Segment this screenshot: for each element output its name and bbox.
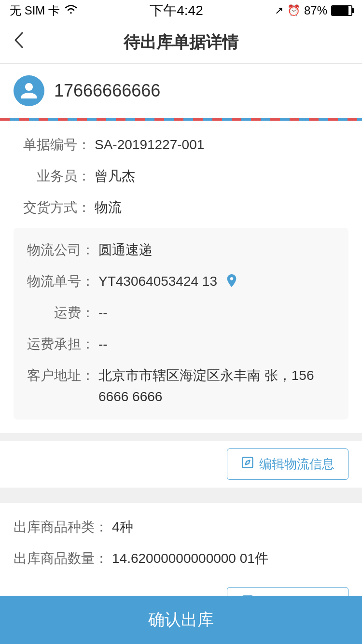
battery-icon [331,5,352,16]
tracking-number-row: 物流单号： YT43064053424 13 [14,271,348,293]
goods-quantity-value: 14.62000000000000 01件 [108,548,348,570]
logistics-section: 物流公司： 圆通速递 物流单号： YT43064053424 13 运费： --… [14,228,348,420]
serial-number-label: 单据编号： [14,134,91,156]
edit-logistics-button[interactable]: 编辑物流信息 [227,448,348,480]
section-divider [0,488,362,495]
nav-bar: 待出库单据详情 [0,21,362,64]
sales-person-label: 业务员： [14,166,91,187]
freight-bearer-label: 运费承担： [17,334,95,355]
goods-quantity-row: 出库商品数量： 14.62000000000000 01件 [14,548,348,570]
logistics-company-row: 物流公司： 圆通速递 [14,239,348,261]
location-icon[interactable] [224,273,239,291]
status-right: ↗ ⏰ 87% [275,4,352,17]
delivery-method-label: 交货方式： [14,197,91,219]
order-info-section: 单据编号： SA-20191227-001 业务员： 曾凡杰 交货方式： 物流 … [0,121,362,433]
tracking-number-value: YT43064053424 13 [95,271,345,293]
edit-icon [241,456,254,473]
location-arrow-icon: ↗ [275,4,283,17]
logistics-company-label: 物流公司： [17,239,95,261]
logistics-company-value: 圆通速递 [95,239,345,261]
freight-row: 运费： -- [14,302,348,324]
freight-label: 运费： [17,302,95,324]
goods-type-value: 4种 [108,517,348,538]
tracking-number-label: 物流单号： [17,271,95,293]
address-value: 北京市市辖区海淀区永丰南 张，156 6666 6666 [95,365,345,408]
svg-rect-0 [243,458,253,468]
sales-person-value: 曾凡杰 [91,166,348,187]
page-title: 待出库单据详情 [124,31,238,54]
wifi-icon [64,4,78,17]
goods-type-label: 出库商品种类： [14,517,108,538]
status-bar: 无 SIM 卡 下午4:42 ↗ ⏰ 87% [0,0,362,21]
serial-number-value: SA-20191227-001 [91,134,348,156]
delivery-method-row: 交货方式： 物流 [14,197,348,219]
freight-bearer-row: 运费承担： -- [14,334,348,355]
user-icon [19,81,39,100]
user-card: 17666666666 [0,64,362,118]
sales-person-row: 业务员： 曾凡杰 [14,166,348,187]
status-left: 无 SIM 卡 [10,3,78,18]
goods-quantity-label: 出库商品数量： [14,548,108,570]
goods-type-row: 出库商品种类： 4种 [14,517,348,538]
avatar [14,75,44,106]
back-button[interactable] [14,31,24,54]
serial-number-row: 单据编号： SA-20191227-001 [14,134,348,156]
freight-value: -- [95,302,345,324]
alarm-icon: ⏰ [287,4,300,17]
edit-logistics-action-row: 编辑物流信息 [0,441,362,488]
carrier-label: 无 SIM 卡 [10,3,60,18]
goods-section: 出库商品种类： 4种 出库商品数量： 14.62000000000000 01件 [0,503,362,583]
battery-percent: 87% [304,4,327,17]
user-phone: 17666666666 [54,81,160,101]
confirm-bar[interactable]: 确认出库 [0,596,362,644]
confirm-button-label: 确认出库 [148,609,214,631]
address-label: 客户地址： [17,365,95,387]
delivery-method-value: 物流 [91,197,348,219]
edit-logistics-label: 编辑物流信息 [259,456,334,473]
status-time: 下午4:42 [150,1,203,20]
freight-bearer-value: -- [95,334,345,355]
address-row: 客户地址： 北京市市辖区海淀区永丰南 张，156 6666 6666 [14,365,348,408]
